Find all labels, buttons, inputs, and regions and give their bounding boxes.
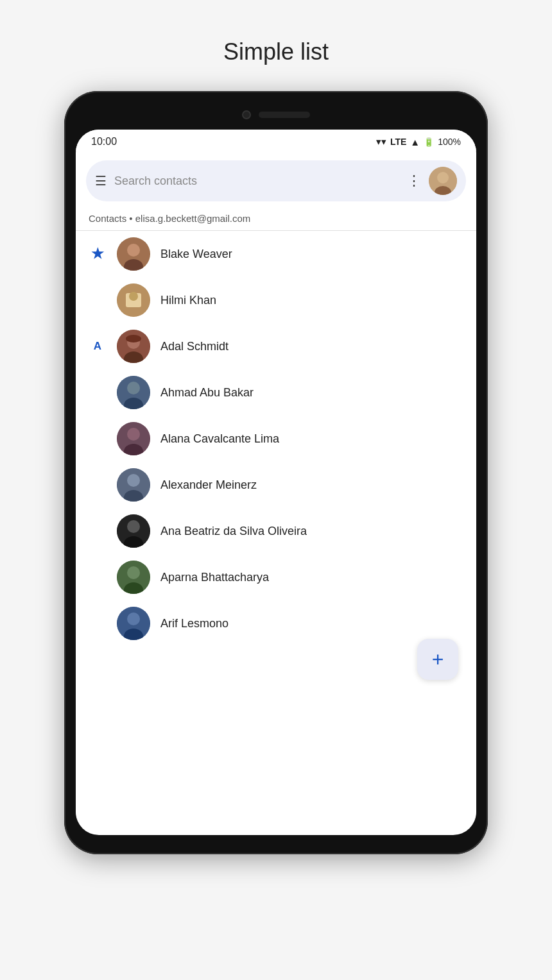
battery-icon: 🔋 (424, 137, 434, 147)
page-title: Simple list (223, 38, 329, 65)
avatar (117, 237, 150, 271)
svg-point-20 (127, 474, 140, 487)
phone-notch (76, 103, 476, 127)
contact-name: Alexander Meinerz (160, 478, 257, 492)
status-time: 10:00 (91, 136, 117, 148)
search-input[interactable]: Search contacts (114, 174, 399, 188)
svg-point-12 (126, 335, 141, 342)
account-info: Contacts • elisa.g.beckett@gmail.com (76, 208, 476, 230)
svg-point-14 (127, 382, 140, 394)
svg-point-26 (127, 566, 140, 579)
contact-name: Alana Cavalcante Lima (160, 432, 279, 446)
status-icons: ▾▾ LTE ▲ 🔋 100% (376, 136, 461, 148)
user-avatar[interactable] (429, 167, 457, 195)
contact-name: Ahmad Abu Bakar (160, 386, 254, 400)
fab-spacer: + (76, 646, 476, 698)
signal-icon: ▲ (410, 137, 420, 148)
contact-name: Arif Lesmono (160, 617, 229, 630)
avatar (117, 468, 150, 502)
status-bar: 10:00 ▾▾ LTE ▲ 🔋 100% (76, 130, 476, 151)
contact-list: ★ Blake Weaver (76, 231, 476, 646)
contact-name: Aparna Bhattacharya (160, 571, 269, 584)
svg-point-29 (127, 612, 140, 625)
list-item[interactable]: Hilmi Khan (76, 277, 476, 323)
svg-point-8 (129, 292, 138, 301)
phone-frame: 10:00 ▾▾ LTE ▲ 🔋 100% ☰ Search contacts … (64, 91, 488, 854)
contact-name: Blake Weaver (160, 248, 232, 261)
list-item[interactable]: Alexander Meinerz (76, 462, 476, 508)
list-item[interactable]: Ana Beatriz da Silva Oliveira (76, 508, 476, 554)
battery-percent: 100% (438, 137, 461, 147)
avatar (117, 330, 150, 363)
svg-point-4 (127, 244, 140, 257)
avatar (117, 422, 150, 455)
search-bar[interactable]: ☰ Search contacts ⋮ (86, 160, 466, 201)
list-item[interactable]: ★ Blake Weaver (76, 231, 476, 277)
plus-icon: + (432, 648, 444, 672)
contact-name: Hilmi Khan (160, 294, 216, 307)
list-item[interactable]: Aparna Bhattacharya (76, 554, 476, 600)
screen-inner: 10:00 ▾▾ LTE ▲ 🔋 100% ☰ Search contacts … (76, 130, 476, 698)
phone-screen: 10:00 ▾▾ LTE ▲ 🔋 100% ☰ Search contacts … (76, 130, 476, 835)
avatar (117, 607, 150, 640)
avatar (117, 376, 150, 409)
camera-notch (242, 110, 251, 119)
contact-name: Adal Schmidt (160, 340, 229, 353)
avatar (117, 283, 150, 317)
contact-name: Ana Beatriz da Silva Oliveira (160, 525, 307, 538)
more-icon[interactable]: ⋮ (407, 173, 421, 189)
avatar (117, 514, 150, 548)
avatar (117, 561, 150, 594)
wifi-icon: ▾▾ (376, 136, 386, 148)
list-item[interactable]: Ahmad Abu Bakar (76, 369, 476, 416)
svg-point-23 (127, 520, 140, 533)
svg-point-1 (437, 172, 449, 183)
list-item[interactable]: Arif Lesmono (76, 600, 476, 646)
speaker-notch (259, 112, 310, 118)
add-contact-fab[interactable]: + (417, 639, 458, 680)
svg-point-17 (127, 428, 140, 441)
hamburger-icon[interactable]: ☰ (95, 173, 107, 189)
list-item[interactable]: A Adal Schmidt (76, 323, 476, 369)
star-section-label: ★ (89, 246, 107, 262)
list-item[interactable]: Alana Cavalcante Lima (76, 416, 476, 462)
section-label-a: A (89, 340, 107, 353)
lte-icon: LTE (390, 137, 406, 147)
